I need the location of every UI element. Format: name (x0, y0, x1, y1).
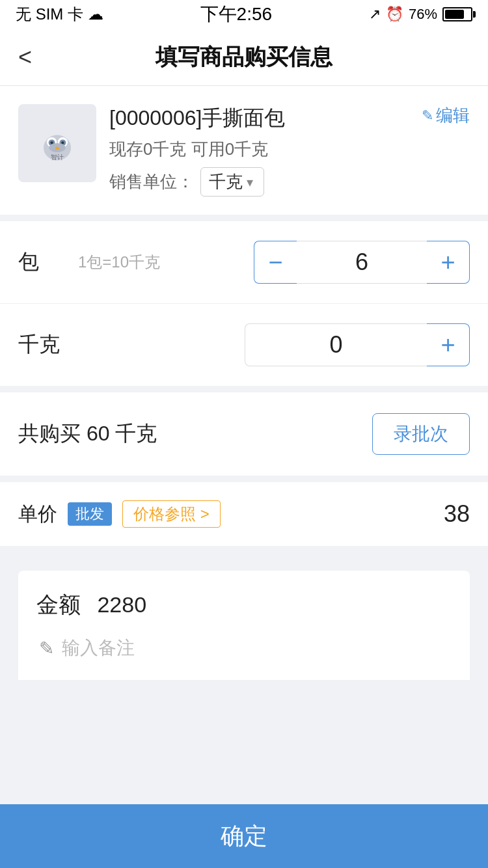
dropdown-icon: ▾ (247, 174, 253, 190)
product-image: 智计 (18, 104, 96, 182)
summary-section: 共购买 60 千克 录批次 (0, 392, 488, 482)
edit-label: 编辑 (436, 104, 470, 127)
product-logo: 智计 (34, 120, 80, 166)
note-row[interactable]: ✎ 输入备注 (36, 631, 452, 660)
note-icon: ✎ (39, 638, 54, 659)
pack-section: 包 1包=10千克 − + 千克 + (0, 221, 488, 392)
price-left: 单价 批发 价格参照 > (18, 500, 221, 528)
back-button[interactable]: < (18, 44, 32, 71)
note-placeholder: 输入备注 (62, 636, 135, 660)
price-section: 单价 批发 价格参照 > 38 (0, 482, 488, 552)
nav-bar: < 填写商品购买信息 (0, 29, 488, 86)
pack-plus-button[interactable]: + (427, 241, 470, 284)
product-name: [0000006]手撕面包 (109, 104, 470, 133)
product-info: [0000006]手撕面包 现存0千克 可用0千克 销售单位： 千克 ▾ (109, 104, 470, 197)
svg-text:智计: 智计 (51, 154, 64, 161)
pifa-badge: 批发 (68, 502, 112, 526)
amount-row: 金额 2280 ✎ 输入备注 (18, 571, 470, 680)
unit-selector[interactable]: 千克 ▾ (200, 167, 264, 197)
main-content: 无 SIM 卡 ☁ 下午2:56 ↗ ⏰ 76% < 填写商品购买信息 (0, 0, 488, 868)
status-left: 无 SIM 卡 ☁ (16, 4, 103, 25)
kg-controls: + (70, 323, 470, 366)
record-batch-button[interactable]: 录批次 (372, 413, 470, 455)
product-card: 智计 [0000006]手撕面包 现存0千克 可用0千克 销售单位： 千克 ▾ … (0, 86, 488, 221)
price-label: 单价 (18, 501, 57, 528)
pack-quantity-input[interactable] (297, 241, 427, 284)
battery-icon (442, 7, 472, 21)
amount-label: 金额 (36, 592, 81, 617)
amount-section: 金额 2280 ✎ 输入备注 (0, 552, 488, 680)
kg-quantity-input[interactable] (245, 323, 427, 366)
battery-percent: 76% (409, 6, 437, 23)
price-row: 单价 批发 价格参照 > 38 (18, 500, 470, 528)
amount-text: 金额 2280 (36, 590, 452, 620)
edit-button[interactable]: ✎ 编辑 (422, 104, 470, 127)
confirm-button[interactable]: 确定 (0, 804, 488, 868)
kg-plus-button[interactable]: + (427, 323, 470, 366)
status-right: ↗ ⏰ 76% (369, 6, 472, 23)
pack-row: 包 1包=10千克 − + (0, 221, 488, 304)
pack-controls: − + (160, 241, 470, 284)
location-icon: ↗ (369, 6, 381, 23)
svg-point-5 (51, 141, 53, 144)
edit-icon: ✎ (422, 107, 433, 124)
svg-point-6 (61, 141, 64, 144)
unit-value: 千克 (209, 170, 243, 193)
status-bar: 无 SIM 卡 ☁ 下午2:56 ↗ ⏰ 76% (0, 0, 488, 29)
pack-sublabel: 1包=10千克 (78, 252, 160, 273)
sim-status: 无 SIM 卡 ☁ (16, 4, 103, 25)
product-unit-row: 销售单位： 千克 ▾ (109, 167, 470, 197)
status-time: 下午2:56 (200, 2, 273, 27)
page-title: 填写商品购买信息 (156, 42, 332, 72)
kg-label: 千克 (18, 331, 70, 359)
price-ref-button[interactable]: 价格参照 > (122, 500, 221, 528)
amount-value: 2280 (97, 592, 146, 617)
kg-row: 千克 + (0, 304, 488, 386)
alarm-icon: ⏰ (386, 6, 403, 23)
price-value: 38 (444, 500, 470, 528)
pack-label: 包 (18, 248, 70, 277)
summary-text: 共购买 60 千克 (18, 420, 157, 448)
unit-label: 销售单位： (109, 170, 194, 193)
pack-minus-button[interactable]: − (254, 241, 297, 284)
product-stock: 现存0千克 可用0千克 (109, 138, 470, 161)
